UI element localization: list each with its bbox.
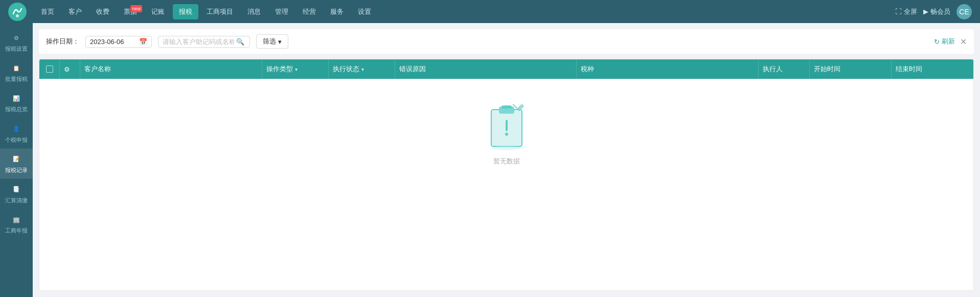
top-nav-right: ⛶ 全屏 ▶ 畅会员 CE	[895, 4, 972, 19]
member-label: 畅会员	[930, 7, 950, 16]
main-content: 操作日期： 📅 🔍 筛选 ▾ ↻ 刷新 ✕	[33, 23, 980, 297]
settlement-icon: 📑	[11, 184, 22, 195]
svg-point-1	[16, 14, 19, 17]
table-container: ⚙ 客户名称 操作类型 ▾ 执行状态 ▾ 错误原因 税种	[39, 59, 974, 291]
tax-settings-icon: ⚙	[11, 32, 22, 44]
th-operation-type: 操作类型 ▾	[262, 59, 329, 79]
sidebar-label-tax-settings: 报税设置	[5, 46, 28, 52]
sort-icon-status[interactable]: ▾	[361, 67, 364, 72]
th-checkbox[interactable]	[39, 59, 60, 79]
avatar[interactable]: CE	[956, 4, 972, 19]
nav-item-home[interactable]: 首页	[35, 4, 60, 19]
sidebar-item-personal-tax[interactable]: 👤个税申报	[0, 118, 33, 148]
main-layout: ⚙报税设置📋批量报税📊报税总览👤个税申报📝报税记录📑汇算清缴🏢工商年报 操作日期…	[0, 23, 980, 297]
sidebar-label-settlement: 汇算清缴	[5, 197, 28, 204]
refresh-button[interactable]: ↻ 刷新	[934, 37, 955, 46]
avatar-initials: CE	[959, 8, 969, 16]
search-icon[interactable]: 🔍	[236, 38, 244, 46]
nav-item-accounting[interactable]: 记账	[145, 4, 171, 19]
filter-bar: 操作日期： 📅 🔍 筛选 ▾ ↻ 刷新 ✕	[39, 29, 974, 54]
th-end-time: 结束时间	[892, 59, 973, 79]
date-label: 操作日期：	[46, 37, 79, 46]
th-client-name-label: 客户名称	[84, 65, 111, 74]
fullscreen-icon: ⛶	[895, 8, 902, 15]
sort-icon-operation[interactable]: ▾	[295, 67, 298, 72]
nav-menu: 首页客户收费票据new记账报税工商项目消息管理经营服务设置	[35, 4, 895, 19]
svg-point-6	[505, 133, 508, 136]
th-end-time-label: 结束时间	[896, 65, 922, 74]
th-executor-label: 执行人	[763, 65, 783, 74]
empty-text: 暂无数据	[493, 157, 520, 166]
nav-item-business[interactable]: 工商项目	[200, 4, 239, 19]
refresh-label: 刷新	[942, 37, 955, 46]
tax-records-icon: 📝	[11, 154, 22, 165]
nav-item-message[interactable]: 消息	[241, 4, 267, 19]
th-error-reason-label: 错误原因	[399, 65, 426, 74]
close-button[interactable]: ✕	[960, 37, 967, 47]
th-exec-status-label: 执行状态	[333, 65, 359, 74]
sidebar-item-annual-report[interactable]: 🏢工商年报	[0, 209, 33, 239]
th-start-time: 开始时间	[810, 59, 892, 79]
empty-state: 暂无数据	[39, 79, 973, 181]
refresh-icon: ↻	[934, 38, 940, 46]
nav-item-customer[interactable]: 客户	[62, 4, 88, 19]
sidebar-item-tax-settings[interactable]: ⚙报税设置	[0, 27, 33, 57]
app-logo[interactable]	[8, 3, 27, 21]
sidebar-label-annual-report: 工商年报	[5, 227, 28, 234]
annual-report-icon: 🏢	[11, 214, 22, 225]
batch-tax-icon: 📋	[11, 62, 22, 74]
th-executor: 执行人	[759, 59, 810, 79]
filter-label-text: 筛选	[263, 37, 276, 46]
th-tax-type: 税种	[577, 59, 759, 79]
nav-item-tax[interactable]: 报税	[173, 4, 198, 19]
sidebar-item-batch-tax[interactable]: 📋批量报税	[0, 57, 33, 88]
th-settings: ⚙	[60, 59, 80, 79]
member-button[interactable]: ▶ 畅会员	[923, 7, 950, 16]
nav-item-billing[interactable]: 收费	[90, 4, 116, 19]
date-input[interactable]	[90, 38, 136, 46]
sidebar-label-batch-tax: 批量报税	[5, 76, 28, 82]
table-header: ⚙ 客户名称 操作类型 ▾ 执行状态 ▾ 错误原因 税种	[39, 59, 973, 79]
svg-point-10	[492, 146, 521, 150]
nav-item-operation[interactable]: 经营	[297, 4, 322, 19]
sidebar: ⚙报税设置📋批量报税📊报税总览👤个税申报📝报税记录📑汇算清缴🏢工商年报	[0, 23, 33, 297]
empty-icon	[484, 99, 530, 151]
svg-rect-5	[502, 105, 512, 109]
search-input[interactable]	[163, 38, 234, 46]
nav-item-service[interactable]: 服务	[324, 4, 350, 19]
filter-button[interactable]: 筛选 ▾	[256, 34, 288, 49]
sidebar-item-tax-records[interactable]: 📝报税记录	[0, 148, 33, 179]
chevron-down-icon: ▾	[278, 38, 282, 46]
sidebar-item-settlement[interactable]: 📑汇算清缴	[0, 179, 33, 209]
fullscreen-label: 全屏	[904, 7, 917, 16]
select-all-checkbox[interactable]	[46, 66, 53, 73]
th-tax-type-label: 税种	[581, 65, 594, 74]
nav-item-settings[interactable]: 设置	[352, 4, 377, 19]
top-nav: 首页客户收费票据new记账报税工商项目消息管理经营服务设置 ⛶ 全屏 ▶ 畅会员…	[0, 0, 980, 23]
tax-overview-icon: 📊	[11, 93, 22, 104]
fullscreen-button[interactable]: ⛶ 全屏	[895, 7, 917, 16]
th-exec-status: 执行状态 ▾	[329, 59, 395, 79]
th-error-reason: 错误原因	[395, 59, 577, 79]
filter-bar-right: ↻ 刷新 ✕	[934, 37, 967, 47]
sidebar-label-tax-records: 报税记录	[5, 167, 28, 174]
sidebar-label-tax-overview: 报税总览	[5, 106, 28, 113]
badge-new-invoice: new	[130, 5, 142, 12]
calendar-icon[interactable]: 📅	[139, 38, 147, 46]
th-client-name: 客户名称	[80, 59, 262, 79]
sidebar-label-personal-tax: 个税申报	[5, 137, 28, 143]
svg-rect-7	[506, 120, 508, 131]
date-picker[interactable]: 📅	[85, 36, 152, 48]
settings-icon[interactable]: ⚙	[64, 66, 70, 73]
nav-item-invoice[interactable]: 票据new	[118, 4, 143, 19]
nav-item-manage[interactable]: 管理	[269, 4, 294, 19]
search-input-wrap[interactable]: 🔍	[158, 36, 250, 48]
th-start-time-label: 开始时间	[814, 65, 840, 74]
personal-tax-icon: 👤	[11, 123, 22, 135]
video-icon: ▶	[923, 8, 928, 15]
th-operation-type-label: 操作类型	[266, 65, 293, 74]
sidebar-item-tax-overview[interactable]: 📊报税总览	[0, 88, 33, 118]
